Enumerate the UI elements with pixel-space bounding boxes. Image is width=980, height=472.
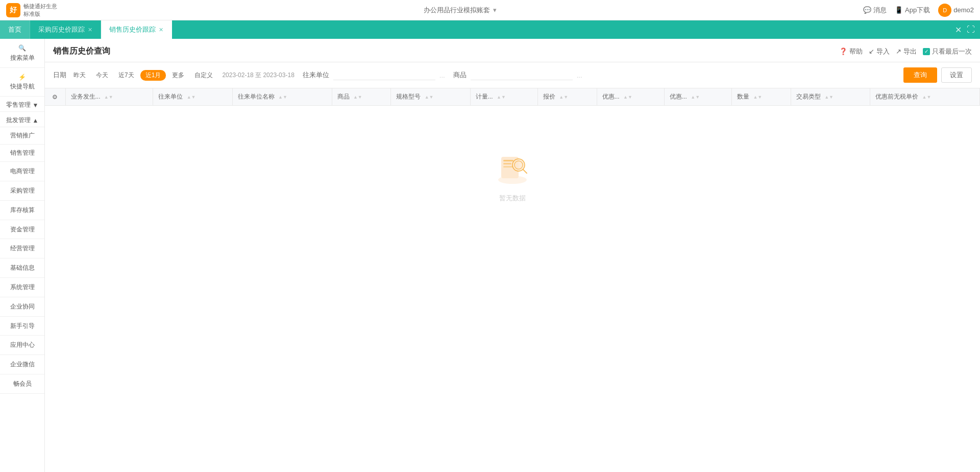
table-container: ⚙ 业务发生... ▲▼ 往来单位 ▲▼ 往来单位名称 [45, 88, 980, 472]
product-input[interactable] [471, 70, 573, 80]
message-button[interactable]: 💬 消息 [863, 6, 887, 15]
sales-label: 销售管理 [10, 149, 35, 156]
app-dropdown-arrow[interactable]: ▾ [493, 6, 497, 14]
date-label: 日期 [53, 70, 66, 80]
logo-area: 好 畅捷通好生意 标准版 [6, 3, 57, 17]
maximize-action[interactable]: ⛶ [967, 25, 975, 34]
app-download-button[interactable]: 📱 App下载 [895, 6, 930, 15]
import-icon: ↙ [869, 48, 874, 55]
retail-arrow-down: ▼ [33, 102, 39, 109]
sidebar-item-basic[interactable]: 基础信息 [0, 258, 44, 278]
tab-purchase[interactable]: 采购历史价跟踪 ✕ [30, 20, 101, 39]
help-button[interactable]: ❓ 帮助 [839, 47, 863, 56]
date-btn-more[interactable]: 更多 [168, 70, 188, 81]
sidebar-sub-marketing[interactable]: 营销推广 [0, 127, 44, 145]
sort-arrows-partner-name: ▲▼ [278, 95, 287, 100]
th-partner-name[interactable]: 往来单位名称 ▲▼ [232, 88, 332, 106]
tab-sales[interactable]: 销售历史价跟踪 ✕ [101, 20, 172, 39]
date-btn-last7[interactable]: 近7天 [114, 70, 138, 81]
sort-arrows-partner-code: ▲▼ [187, 95, 196, 100]
sidebar-sub-sales[interactable]: 销售管理 [0, 145, 44, 162]
topbar: 好 畅捷通好生意 标准版 办公用品行业模拟账套 ▾ 💬 消息 📱 App下载 D… [0, 0, 980, 20]
sidebar-item-shortcut[interactable]: ⚡ 快捷导航 [0, 68, 44, 97]
operations-label: 经营管理 [10, 244, 35, 253]
date-filter-group: 日期 昨天 今天 近7天 近1月 更多 自定义 2023-02-18 至 202… [53, 70, 295, 81]
sort-arrows-discount2: ▲▼ [691, 95, 700, 100]
th-qty[interactable]: 数量 ▲▼ [732, 88, 791, 106]
sort-arrows-product: ▲▼ [353, 95, 362, 100]
date-btn-today[interactable]: 今天 [92, 70, 112, 81]
filter-actions: 查询 设置 [903, 67, 972, 83]
import-button[interactable]: ↙ 导入 [869, 47, 890, 56]
tab-purchase-close[interactable]: ✕ [88, 27, 92, 33]
svg-rect-3 [503, 163, 511, 164]
tab-purchase-label: 采购历史价跟踪 [38, 25, 85, 34]
inventory-label: 库存核算 [10, 206, 35, 215]
retail-label: 零售管理 [6, 101, 31, 109]
sort-arrows-tax-price: ▲▼ [922, 95, 932, 100]
date-btn-custom[interactable]: 自定义 [190, 70, 217, 81]
date-btn-yesterday[interactable]: 昨天 [69, 70, 90, 81]
topbar-right: 💬 消息 📱 App下载 D demo2 [863, 4, 974, 17]
filter-bar: 日期 昨天 今天 近7天 近1月 更多 自定义 2023-02-18 至 202… [45, 62, 980, 88]
th-partner-code[interactable]: 往来单位 ▲▼ [153, 88, 232, 106]
only-last-checkbox[interactable]: ✓ 只看最后一次 [923, 47, 972, 56]
download-icon: 📱 [895, 6, 903, 14]
tab-sales-close[interactable]: ✕ [159, 27, 163, 33]
topbar-left: 好 畅捷通好生意 标准版 [6, 3, 57, 17]
sidebar-item-ecommerce[interactable]: 电商管理 [0, 162, 44, 181]
wholesale-arrow-up: ▲ [33, 117, 39, 124]
user-menu[interactable]: D demo2 [938, 4, 974, 17]
sort-arrows-discount1: ▲▼ [623, 95, 632, 100]
sidebar-item-search[interactable]: 🔍 搜索菜单 [0, 39, 44, 68]
th-tax-price[interactable]: 优惠前无税单价 ▲▼ [870, 88, 980, 106]
partner-input[interactable] [333, 70, 435, 80]
marketing-label: 营销推广 [10, 132, 35, 139]
sidebar-item-finance[interactable]: 资金管理 [0, 220, 44, 240]
sort-arrows-biz-date: ▲▼ [104, 95, 113, 100]
query-button[interactable]: 查询 [903, 67, 937, 83]
partner-filter-group: 往来单位 ... [303, 70, 445, 80]
th-product[interactable]: 商品 ▲▼ [332, 88, 391, 106]
export-icon: ↗ [896, 48, 901, 55]
date-btn-last1m[interactable]: 近1月 [140, 70, 166, 81]
sidebar-item-system[interactable]: 系统管理 [0, 278, 44, 297]
partner-dots: ... [439, 72, 445, 79]
logo-text: 畅捷通好生意 标准版 [23, 3, 57, 17]
basic-label: 基础信息 [10, 264, 35, 272]
empty-state: 暂无数据 [45, 106, 980, 244]
sidebar-item-apps[interactable]: 应用中心 [0, 336, 44, 355]
th-discount1[interactable]: 优惠... ▲▼ [597, 88, 664, 106]
sidebar-item-retail[interactable]: 零售管理 ▼ [0, 97, 44, 112]
tabbar-actions: ✕ ⛶ [950, 20, 980, 39]
sidebar-item-wechat[interactable]: 企业微信 [0, 355, 44, 374]
topbar-center[interactable]: 办公用品行业模拟账套 ▾ [424, 6, 497, 15]
sidebar-item-purchase[interactable]: 采购管理 [0, 181, 44, 201]
data-table: ⚙ 业务发生... ▲▼ 往来单位 ▲▼ 往来单位名称 [45, 88, 980, 106]
page-title: 销售历史价查询 [53, 46, 110, 57]
sort-arrows-qty: ▲▼ [753, 95, 762, 100]
close-tab-action[interactable]: ✕ [955, 25, 962, 35]
sidebar-item-operations[interactable]: 经营管理 [0, 239, 44, 258]
th-gear[interactable]: ⚙ [45, 88, 65, 106]
th-discount2[interactable]: 优惠... ▲▼ [664, 88, 731, 106]
tab-home[interactable]: 首页 [0, 20, 30, 39]
message-icon: 💬 [863, 6, 871, 14]
sidebar-item-guide[interactable]: 新手引导 [0, 317, 44, 336]
empty-text: 暂无数据 [499, 194, 526, 203]
sidebar-label-search: 搜索菜单 [10, 54, 35, 62]
th-price[interactable]: 报价 ▲▼ [537, 88, 597, 106]
th-trade-type[interactable]: 交易类型 ▲▼ [791, 88, 870, 106]
sidebar-item-vip[interactable]: 畅会员 [0, 374, 44, 394]
th-biz-date[interactable]: 业务发生... ▲▼ [65, 88, 153, 106]
wholesale-label: 批发管理 [6, 116, 31, 125]
export-button[interactable]: ↗ 导出 [896, 47, 917, 56]
sort-arrows-trade-type: ▲▼ [824, 95, 834, 100]
th-spec[interactable]: 规格型号 ▲▼ [391, 88, 470, 106]
gear-icon[interactable]: ⚙ [52, 93, 58, 101]
settings-button[interactable]: 设置 [941, 67, 972, 83]
sidebar-item-wholesale[interactable]: 批发管理 ▲ [0, 112, 44, 127]
th-unit[interactable]: 计量... ▲▼ [470, 88, 537, 106]
sidebar-item-inventory[interactable]: 库存核算 [0, 201, 44, 220]
sidebar-item-enterprise[interactable]: 企业协同 [0, 297, 44, 317]
